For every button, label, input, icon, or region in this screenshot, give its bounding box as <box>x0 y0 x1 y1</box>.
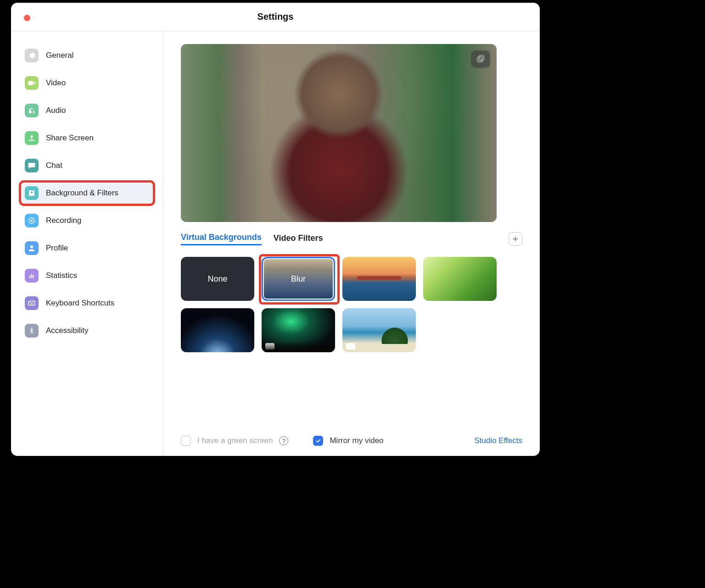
background-grid: None Blur <box>181 257 522 352</box>
bg-thumb-none[interactable]: None <box>181 257 254 301</box>
sidebar-item-chat[interactable]: Chat <box>20 154 154 177</box>
sidebar-item-video[interactable]: Video <box>20 72 154 94</box>
sidebar-item-label: Keyboard Shortcuts <box>46 299 114 308</box>
bg-thumb-label: None <box>207 274 227 284</box>
sidebar-item-label: Background & Filters <box>46 189 118 198</box>
sidebar-item-label: Recording <box>46 216 82 225</box>
sidebar-item-statistics[interactable]: Statistics <box>20 264 154 287</box>
bg-thumb-bridge[interactable] <box>342 257 416 301</box>
record-icon <box>25 214 39 227</box>
sidebar-item-label: Video <box>46 78 66 88</box>
window-body: General Video Audio Share Screen <box>11 31 540 456</box>
sidebar-item-label: General <box>46 51 73 60</box>
rotate-icon <box>476 55 485 64</box>
close-window-button[interactable] <box>24 15 30 21</box>
sidebar-item-accessibility[interactable]: Accessibility <box>20 319 154 342</box>
sidebar-item-label: Share Screen <box>46 133 94 143</box>
green-screen-label: I have a green screen <box>197 436 273 445</box>
sidebar-item-label: Audio <box>46 106 66 115</box>
sidebar-item-background-filters[interactable]: Background & Filters <box>20 182 154 205</box>
sidebar-item-label: Statistics <box>46 271 77 280</box>
sidebar-item-recording[interactable]: Recording <box>20 209 154 232</box>
bg-tabs: Virtual Backgrounds Video Filters <box>181 232 522 246</box>
sidebar-item-label: Accessibility <box>46 326 89 335</box>
settings-window: Settings General Video Audio <box>11 3 540 456</box>
video-preview <box>181 44 497 222</box>
mirror-video-checkbox[interactable] <box>313 436 323 446</box>
tab-virtual-backgrounds[interactable]: Virtual Backgrounds <box>181 233 262 245</box>
svg-point-2 <box>30 245 33 248</box>
gear-icon <box>25 49 39 62</box>
studio-effects-link[interactable]: Studio Effects <box>474 436 522 445</box>
bg-thumb-earth[interactable] <box>181 308 254 352</box>
rotate-camera-button[interactable] <box>471 50 490 68</box>
sidebar-item-share-screen[interactable]: Share Screen <box>20 127 154 150</box>
svg-point-4 <box>31 327 33 329</box>
sidebar-item-label: Profile <box>46 244 68 253</box>
bg-thumb-beach[interactable] <box>342 308 416 352</box>
chat-icon <box>25 159 39 172</box>
check-icon <box>315 438 321 444</box>
green-screen-help[interactable]: ? <box>279 436 288 445</box>
accessibility-icon <box>25 324 39 338</box>
share-icon <box>25 131 39 145</box>
add-background-button[interactable] <box>509 232 522 246</box>
mirror-video-label: Mirror my video <box>330 436 383 445</box>
video-icon <box>25 76 39 90</box>
sidebar-item-label: Chat <box>46 161 62 170</box>
green-screen-checkbox[interactable] <box>181 436 191 446</box>
svg-rect-5 <box>477 57 482 62</box>
background-icon <box>25 186 39 200</box>
video-badge-icon <box>346 343 355 349</box>
window-title: Settings <box>11 11 540 22</box>
svg-point-1 <box>31 220 33 222</box>
sidebar: General Video Audio Share Screen <box>11 31 163 456</box>
bg-thumb-label: Blur <box>291 274 306 284</box>
keyboard-icon <box>25 296 39 310</box>
tab-video-filters[interactable]: Video Filters <box>274 233 323 245</box>
footer: I have a green screen ? Mirror my video … <box>181 431 522 447</box>
plus-icon <box>512 235 519 243</box>
bg-thumb-blur[interactable]: Blur <box>262 257 335 301</box>
headphones-icon <box>25 104 39 117</box>
svg-rect-3 <box>28 301 35 305</box>
stats-icon <box>25 269 39 283</box>
sidebar-item-general[interactable]: General <box>20 44 154 67</box>
main-panel: Virtual Backgrounds Video Filters None B… <box>163 31 540 456</box>
sidebar-item-profile[interactable]: Profile <box>20 237 154 260</box>
sidebar-item-keyboard-shortcuts[interactable]: Keyboard Shortcuts <box>20 292 154 315</box>
user-icon <box>25 241 39 255</box>
bg-thumb-grass[interactable] <box>423 257 497 301</box>
titlebar: Settings <box>11 3 540 31</box>
svg-rect-6 <box>479 56 484 61</box>
bg-thumb-aurora[interactable] <box>262 308 335 352</box>
video-badge-icon <box>265 343 274 349</box>
sidebar-item-audio[interactable]: Audio <box>20 99 154 122</box>
